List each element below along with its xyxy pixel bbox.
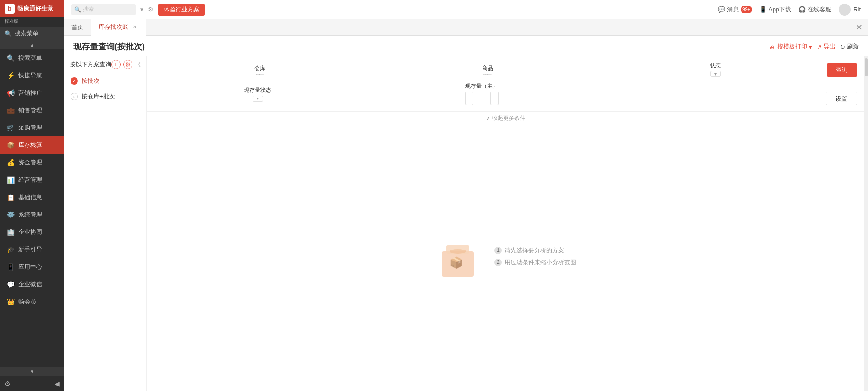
stock-amount-min-input[interactable]: [465, 92, 473, 105]
finance-icon: 💰: [6, 158, 15, 167]
scheme-settings-btn[interactable]: ⚙: [123, 60, 132, 69]
marketing-icon: 📢: [6, 89, 15, 97]
scheme-dot-by-batch: ✓: [71, 77, 78, 85]
sidebar-scroll-down[interactable]: ▼: [0, 367, 64, 376]
collapse-sidebar-icon[interactable]: ◀: [55, 380, 60, 387]
tab-home[interactable]: 首页: [64, 19, 91, 36]
topbar-right: 💬 消息 99+ 📱 App下载 🎧 在线客服 Rit: [718, 4, 861, 16]
sidebar-search[interactable]: 🔍 搜索菜单: [0, 27, 64, 40]
status-chevron-icon: ▾: [714, 71, 717, 76]
warehouse-dots-btn[interactable]: ···: [255, 71, 261, 78]
sidebar-item-newbie[interactable]: 🎓新手引导: [0, 241, 64, 258]
topbar-search-box[interactable]: 🔍 搜索: [71, 4, 136, 15]
experience-btn[interactable]: 体验行业方案: [158, 4, 205, 16]
chevron-down-icon[interactable]: ▾: [140, 6, 143, 13]
online-service-btn[interactable]: 🎧 在线客服: [798, 5, 831, 14]
settings-icon: ⚙: [125, 61, 131, 68]
topbar-left: 🔍 搜索 ▾ ⚙ 体验行业方案: [71, 4, 205, 16]
sidebar-item-marketing[interactable]: 📢营销推广: [0, 84, 64, 102]
search-icon-small: 🔍: [74, 6, 81, 13]
app-center-icon: 📱: [6, 263, 15, 271]
scheme-list: ✓按批次○按仓库+批次: [64, 73, 146, 104]
svg-point-2: [450, 249, 466, 254]
basic-info-icon: 📋: [6, 193, 15, 201]
scheme-item-by-batch[interactable]: ✓按批次: [64, 73, 146, 89]
message-icon: 💬: [718, 6, 725, 13]
left-panel-header-actions: + ⚙ 《: [111, 60, 141, 69]
headset-icon: 🎧: [798, 6, 806, 13]
add-scheme-btn[interactable]: +: [111, 60, 121, 69]
content-header-actions: 🖨 按模板打印 ▾ ↗ 导出 ↻ 刷新: [769, 43, 859, 51]
right-panel: 仓库···商品···状态▾查询 现存量状态▾现存量（主）—设置 ∧ 收起更多条件: [147, 56, 864, 391]
export-icon: ↗: [817, 43, 822, 50]
refresh-btn[interactable]: ↻ 刷新: [840, 43, 859, 51]
sidebar-item-member[interactable]: 👑畅会员: [0, 293, 64, 310]
sidebar-item-basic-info[interactable]: 📋基础信息: [0, 189, 64, 206]
sidebar-item-wechat[interactable]: 💬企业微信: [0, 276, 64, 293]
sidebar-header: b 畅康通好生意: [0, 0, 64, 17]
sidebar: b 畅康通好生意 标准版 🔍 搜索菜单 ▲ 🔍搜索菜单⚡快捷导航📢营销推广💼销售…: [0, 0, 64, 391]
settings-icon[interactable]: ⚙: [5, 380, 11, 387]
sidebar-item-quick-nav[interactable]: ⚡快捷导航: [0, 67, 64, 84]
user-name: Rit: [853, 6, 861, 13]
sidebar-item-app-center[interactable]: 📱应用中心: [0, 258, 64, 276]
user-menu[interactable]: Rit: [839, 4, 861, 16]
sidebar-scroll-up[interactable]: ▲: [0, 40, 64, 49]
collapse-panel-icon[interactable]: 《: [135, 61, 141, 69]
tab-close-icon[interactable]: ×: [131, 23, 138, 31]
sidebar-item-search[interactable]: 🔍搜索菜单: [0, 49, 64, 67]
member-icon: 👑: [6, 298, 15, 306]
goods-input[interactable]: ···: [483, 74, 492, 75]
export-btn[interactable]: ↗ 导出: [817, 43, 835, 51]
topbar: 🔍 搜索 ▾ ⚙ 体验行业方案 💬 消息 99+ 📱 App下载 🎧 在线客服: [64, 0, 868, 19]
sidebar-item-inventory[interactable]: 📦库存核算: [0, 136, 64, 154]
stock-amount-field: 现存量（主）—: [378, 82, 586, 105]
search-icon: 🔍: [6, 54, 15, 62]
app-download-btn[interactable]: 📱 App下载: [759, 5, 791, 14]
system-icon: ⚙️: [6, 211, 15, 219]
empty-illustration: 📦: [435, 235, 481, 281]
collapse-more-btn[interactable]: ∧ 收起更多条件: [147, 111, 864, 125]
sidebar-footer: ⚙ ◀: [0, 376, 64, 391]
status-select[interactable]: ▾: [710, 71, 721, 77]
right-scrollbar[interactable]: [864, 56, 868, 391]
wechat-icon: 💬: [6, 280, 15, 288]
goods-dots-btn[interactable]: ···: [483, 71, 489, 78]
stock-amount-max-input[interactable]: [490, 92, 499, 105]
stock-status-select[interactable]: ▾: [253, 96, 263, 102]
sidebar-item-finance[interactable]: 💰资金管理: [0, 154, 64, 171]
gear-icon[interactable]: ⚙: [148, 6, 154, 13]
warehouse-input[interactable]: ···: [256, 74, 264, 75]
settings-btn[interactable]: 设置: [826, 92, 857, 105]
content-header: 现存量查询(按批次) 🖨 按模板打印 ▾ ↗ 导出 ↻ 刷新: [64, 36, 868, 56]
content-area: 现存量查询(按批次) 🖨 按模板打印 ▾ ↗ 导出 ↻ 刷新: [64, 36, 868, 391]
message-badge: 99+: [741, 6, 752, 13]
stock-status-field: 现存量状态▾: [154, 87, 362, 102]
close-panel-icon[interactable]: ✕: [856, 22, 863, 33]
sidebar-item-system[interactable]: ⚙️系统管理: [0, 206, 64, 223]
purchase-icon: 🛒: [6, 124, 15, 132]
newbie-icon: 🎓: [6, 245, 15, 254]
sidebar-item-enterprise[interactable]: 🏢企业协同: [0, 223, 64, 241]
app-name: 畅康通好生意: [17, 5, 53, 13]
scheme-dot-by-warehouse-batch: ○: [71, 93, 78, 100]
print-dropdown-icon[interactable]: ▾: [809, 43, 812, 50]
enterprise-icon: 🏢: [6, 228, 15, 236]
content-body: 按以下方案查询 + ⚙ 《 ✓按批次○按仓库+批次: [64, 56, 868, 391]
sidebar-item-sales[interactable]: 💼销售管理: [0, 102, 64, 119]
scheme-item-by-warehouse-batch[interactable]: ○按仓库+批次: [64, 89, 146, 104]
tab-right-actions: ✕: [146, 22, 868, 33]
print-btn[interactable]: 🖨 按模板打印 ▾: [769, 43, 812, 51]
message-btn[interactable]: 💬 消息 99+: [718, 5, 752, 14]
goods-field: 商品···: [382, 65, 593, 75]
filter-row-2: 现存量状态▾现存量（主）—设置: [154, 82, 857, 105]
empty-state: 📦 1 请先选择要分析的方案 2 用过滤条件来缩小分析范围: [147, 125, 864, 391]
print-icon: 🖨: [769, 43, 775, 50]
sidebar-item-operations[interactable]: 📊经营管理: [0, 171, 64, 189]
app-logo: b: [5, 4, 15, 14]
query-btn[interactable]: 查询: [827, 63, 857, 77]
scroll-handle[interactable]: [865, 58, 868, 76]
tab-inventory-batch[interactable]: 库存批次账 ×: [91, 19, 146, 36]
step2-num: 2: [494, 259, 502, 266]
sidebar-item-purchase[interactable]: 🛒采购管理: [0, 119, 64, 136]
